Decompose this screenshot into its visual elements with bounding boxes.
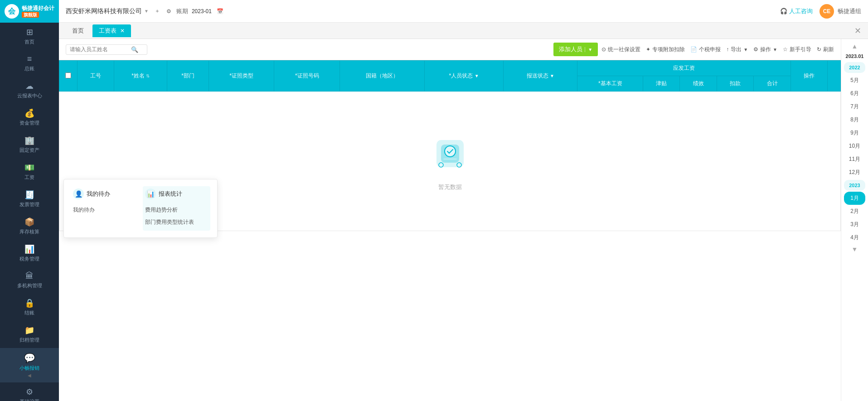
sidebar-item-xiaochang[interactable]: 💬 小畅报销 ◀ xyxy=(0,348,59,382)
sidebar-item-archive[interactable]: 📁 归档管理 xyxy=(0,321,59,348)
year-2022-label: 2022 xyxy=(844,62,865,73)
basic-settings-icon: ⚙ xyxy=(26,387,33,397)
tax-filing-action[interactable]: 📄 个税申报 xyxy=(690,46,721,53)
sidebar-item-basic-settings-label: 基础设置 xyxy=(19,398,39,401)
company-selector[interactable]: 西安虾米网络科技有限公司 ▼ xyxy=(66,7,149,15)
export-action[interactable]: ↑ 导出 ▼ xyxy=(726,46,748,53)
add-company-button[interactable]: ＋ xyxy=(153,6,161,16)
avatar: CE xyxy=(820,4,834,19)
popup-item-my-todo[interactable]: 我的待办 xyxy=(73,204,136,216)
add-dropdown-arrow: ▼ xyxy=(585,47,592,52)
th-report-status: 报送状态 ▼ xyxy=(503,61,577,92)
report-filter-icon[interactable]: ▼ xyxy=(550,73,554,78)
month-2022-12[interactable]: 12月 xyxy=(841,166,868,179)
sidebar-item-archive-label: 归档管理 xyxy=(19,337,39,343)
special-deduction-icon: ✦ xyxy=(646,46,650,53)
popup-item-expense-trend[interactable]: 费用趋势分析 xyxy=(145,204,208,216)
operations-icon: ⚙ xyxy=(753,46,758,53)
calendar-icon[interactable]: 📅 xyxy=(215,7,225,16)
sidebar-item-home[interactable]: ⊞ 首页 xyxy=(0,23,59,50)
logo-icon: 会 xyxy=(5,4,19,19)
month-next-button[interactable]: ▼ xyxy=(850,244,859,254)
sidebar-item-invoice-label: 发票管理 xyxy=(19,201,39,208)
refresh-label: 刷新 xyxy=(823,46,834,53)
sidebar-item-salary[interactable]: 💵 工资 xyxy=(0,158,59,185)
search-input[interactable] xyxy=(70,46,129,53)
th-name: *姓名 ⇅ xyxy=(114,61,167,92)
sidebar-item-basic-settings[interactable]: ⚙ 基础设置 xyxy=(0,382,59,401)
top-header: 西安虾米网络科技有限公司 ▼ ＋ ⚙ 账期 2023-01 📅 🎧 人工咨询 C… xyxy=(59,0,868,23)
month-2022-5[interactable]: 5月 xyxy=(841,74,868,87)
sidebar-item-cloud-report[interactable]: ☁ 云报表中心 xyxy=(0,77,59,104)
empty-illustration xyxy=(427,131,473,176)
month-2022-8[interactable]: 8月 xyxy=(841,113,868,126)
sidebar-item-fixed-assets-label: 固定资产 xyxy=(19,147,39,154)
settings-icon[interactable]: ⚙ xyxy=(165,7,173,16)
month-2023-1[interactable]: 1月 xyxy=(844,192,865,205)
sidebar-item-inventory[interactable]: 📦 库存核算 xyxy=(0,213,59,240)
month-prev-button[interactable]: ▲ xyxy=(850,41,859,51)
month-2023-2[interactable]: 2月 xyxy=(841,205,868,218)
month-2022-9[interactable]: 9月 xyxy=(841,126,868,140)
sidebar-item-fixed-assets[interactable]: 🏢 固定资产 xyxy=(0,131,59,158)
month-2022-6[interactable]: 6月 xyxy=(841,87,868,100)
month-2022-10[interactable]: 10月 xyxy=(841,140,868,153)
sidebar-item-ledger[interactable]: ≡ 总账 xyxy=(0,50,59,77)
add-person-button[interactable]: 添加人员 ▼ xyxy=(553,43,598,56)
search-icon[interactable]: 🔍 xyxy=(131,46,138,53)
th-number-label: 工号 xyxy=(90,72,101,79)
special-deduction-label: 专项附加扣除 xyxy=(652,46,685,53)
closing-icon: 🔒 xyxy=(24,298,34,308)
multi-org-icon: 🏛 xyxy=(25,271,34,281)
popup-grid: 👤 我的待办 我的待办 📊 报表统计 费用趋势分析 部门费用类型统计表 xyxy=(71,186,210,231)
th-cert-no: *证照号码 xyxy=(274,61,340,92)
th-dept: *部门 xyxy=(167,61,209,92)
tab-close-button[interactable]: ✕ xyxy=(120,28,125,34)
th-number: 工号 xyxy=(78,61,114,92)
tax-icon: 📊 xyxy=(24,244,34,254)
sidebar-item-tax[interactable]: 📊 税务管理 xyxy=(0,240,59,267)
customer-service-button[interactable]: 🎧 人工咨询 xyxy=(780,7,813,15)
sidebar-item-invoice[interactable]: 🧾 发票管理 xyxy=(0,185,59,213)
sidebar-item-salary-label: 工资 xyxy=(24,174,34,181)
app-edition: 旗舰版 xyxy=(22,11,54,18)
th-checkbox[interactable] xyxy=(59,61,78,92)
period-label: 账期 xyxy=(176,7,188,15)
refresh-action[interactable]: ↻ 刷新 xyxy=(817,46,834,53)
tab-salary-table[interactable]: 工资表 ✕ xyxy=(92,24,131,37)
month-2022-11[interactable]: 11月 xyxy=(841,153,868,166)
month-2023-3[interactable]: 3月 xyxy=(841,218,868,231)
operations-action[interactable]: ⚙ 操作 ▼ xyxy=(753,46,777,53)
special-deduction-action[interactable]: ✦ 专项附加扣除 xyxy=(646,46,685,53)
sidebar-item-cloud-label: 云报表中心 xyxy=(17,92,42,99)
app-name: 畅捷通好会计 xyxy=(22,5,54,11)
sidebar-item-multi-org[interactable]: 🏛 多机构管理 xyxy=(0,267,59,294)
tab-home-label: 首页 xyxy=(72,27,84,35)
sidebar-item-tax-label: 税务管理 xyxy=(19,256,39,262)
tab-home[interactable]: 首页 xyxy=(66,24,90,37)
fund-icon: 💰 xyxy=(24,108,34,118)
empty-text: 暂无数据 xyxy=(438,183,462,191)
tab-close-global[interactable]: ✕ xyxy=(854,26,861,36)
add-person-label: 添加人员 xyxy=(559,45,582,53)
month-2022-7[interactable]: 7月 xyxy=(841,100,868,113)
th-cert-type: *证照类型 xyxy=(209,61,274,92)
search-box: 🔍 xyxy=(66,44,147,55)
invoice-icon: 🧾 xyxy=(24,190,34,200)
sidebar-item-closing[interactable]: 🔒 结账 xyxy=(0,294,59,321)
month-picker: ▲ 2023.01 2022 5月 6月 7月 8月 9月 10月 11月 12… xyxy=(841,39,868,401)
th-total: 合计 xyxy=(754,76,790,92)
operations-label: 操作 xyxy=(760,46,771,53)
ledger-icon: ≡ xyxy=(27,54,32,64)
sort-icon[interactable]: ⇅ xyxy=(146,73,150,78)
social-security-action[interactable]: ⊙ 统一社保设置 xyxy=(601,46,640,53)
sidebar-item-fund[interactable]: 💰 资金管理 xyxy=(0,104,59,131)
month-2023-4[interactable]: 4月 xyxy=(841,231,868,244)
popup-item-dept-expense[interactable]: 部门费用类型统计表 xyxy=(145,216,208,228)
th-pension: 操作 xyxy=(790,61,827,92)
guide-icon: ☆ xyxy=(783,46,788,53)
new-guide-action[interactable]: ☆ 新手引导 xyxy=(783,46,811,53)
select-all-checkbox[interactable] xyxy=(65,72,71,78)
svg-point-5 xyxy=(457,163,461,167)
status-filter-icon[interactable]: ▼ xyxy=(475,73,479,78)
